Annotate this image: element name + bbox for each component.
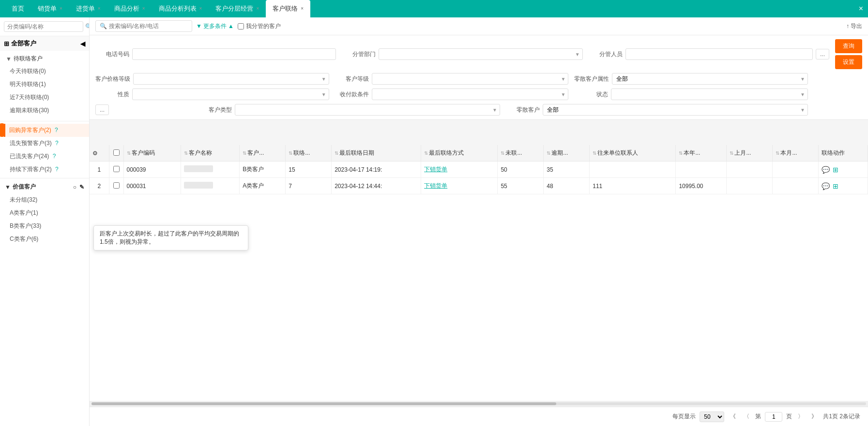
- close-customer-tier-icon[interactable]: ×: [256, 0, 259, 17]
- sidebar-item-a-class[interactable]: A类客户(1): [0, 206, 89, 220]
- settings-button[interactable]: 设置: [835, 55, 862, 69]
- close-purchase-order-icon[interactable]: ×: [98, 0, 101, 17]
- nav-home[interactable]: 首页: [5, 0, 31, 17]
- pending-group-label: 待联络客户: [14, 55, 43, 63]
- value-customer-header[interactable]: ▼ 价值客户 ○ ✎: [0, 180, 89, 193]
- sidebar-search-icon[interactable]: 🔍: [85, 23, 90, 30]
- row2-last-method-link[interactable]: 下销货单: [424, 182, 447, 189]
- manager-ellipsis-button[interactable]: ...: [816, 49, 829, 59]
- extra-dots-button[interactable]: ...: [95, 104, 109, 115]
- query-button[interactable]: 查询: [835, 39, 862, 53]
- query-btn-group: 查询 设置: [835, 39, 862, 69]
- row2-checkbox[interactable]: [113, 182, 120, 189]
- filter-row-2: 客户价格等级 ▼ 客户等级 ▼ 零散客户属性: [95, 73, 862, 85]
- row1-action: 💬 ⊞: [819, 162, 868, 178]
- settings-col-icon[interactable]: ⚙: [92, 150, 98, 157]
- page-suffix: 页: [786, 412, 792, 421]
- nav-purchase-order[interactable]: 进货单 ×: [69, 0, 107, 17]
- all-customers-header[interactable]: ⊞ 全部客户 ◀: [0, 36, 89, 51]
- customer-level-input[interactable]: [372, 73, 569, 85]
- lost-warning-info-icon[interactable]: ?: [55, 140, 59, 147]
- scrollbar-track[interactable]: [91, 402, 866, 405]
- sidebar-item-7days[interactable]: 近7天待联络(0): [0, 91, 89, 104]
- sidebar-item-repurchase-abnormal[interactable]: 回购异常客户(2) ?: [4, 124, 89, 137]
- arrow-value-icon: ▼: [5, 184, 11, 191]
- filter-row-1: 电话号码 分管部门 ▼ 分管人员 ... 查询 设置: [95, 39, 862, 69]
- page-number-input[interactable]: [765, 412, 782, 422]
- row1-checkbox[interactable]: [113, 166, 120, 172]
- main-layout: 🔍 ⊞ 全部客户 ◀ ▼ 待联络客户 今天待联络(0) 明天待联络(1) 近7天…: [0, 17, 868, 426]
- sidebar-item-b-class[interactable]: B类客户(33): [0, 220, 89, 233]
- sort-date-icon: ⇅: [335, 150, 338, 156]
- col-header-this-month: ⇅ 本月...: [773, 145, 819, 162]
- lost-info-icon[interactable]: ?: [53, 153, 56, 160]
- page-label: 第: [755, 412, 761, 421]
- manager-field: 分管人员 ...: [589, 48, 829, 60]
- row2-chat-icon[interactable]: 💬: [822, 182, 830, 190]
- total-records-label: 共1页 2条记录: [823, 412, 860, 421]
- phone-input[interactable]: [132, 48, 336, 60]
- dept-input[interactable]: [379, 48, 582, 60]
- row1-chat-icon[interactable]: 💬: [822, 166, 830, 174]
- customer-type-input[interactable]: [235, 104, 500, 116]
- last-page-button[interactable]: 》: [809, 411, 819, 422]
- price-level-input[interactable]: [133, 73, 329, 85]
- nature-input[interactable]: [132, 88, 329, 100]
- row1-num: 1: [90, 162, 109, 178]
- settings-value-icon[interactable]: ✎: [79, 184, 84, 191]
- row2-check: [109, 178, 123, 194]
- status-input[interactable]: [611, 88, 808, 100]
- first-page-button[interactable]: 《: [728, 411, 738, 422]
- sidebar-item-declining[interactable]: 持续下滑客户(2) ?: [0, 163, 89, 176]
- sidebar-item-lost-warning[interactable]: 流失预警客户(3) ?: [0, 137, 89, 150]
- scrollbar-thumb[interactable]: [91, 402, 556, 405]
- row2-grid-icon[interactable]: ⊞: [833, 182, 838, 190]
- sort-contact-icon: ⇅: [289, 150, 292, 156]
- row1-last-method-link[interactable]: 下销货单: [424, 166, 447, 173]
- nav-product-analysis-list[interactable]: 商品分析列表 ×: [152, 0, 209, 17]
- per-page-select[interactable]: 50 100 200: [700, 411, 724, 422]
- row1-grid-icon[interactable]: ⊞: [833, 166, 838, 174]
- prev-page-button[interactable]: 〈: [742, 411, 751, 422]
- sidebar-item-overdue[interactable]: 逾期未联络(30): [0, 104, 89, 117]
- declining-info-icon[interactable]: ?: [55, 166, 59, 173]
- content-area: 🔍 ▼ 更多条件 ▲ 我分管的客户 ↑ 导出 电话号码: [90, 17, 868, 426]
- export-button[interactable]: ↑ 导出: [846, 22, 862, 30]
- scatter-attr-input[interactable]: [612, 73, 808, 85]
- search-input[interactable]: [109, 23, 186, 29]
- phone-label: 电话号码: [95, 50, 129, 59]
- repurchase-info-icon[interactable]: ?: [55, 127, 58, 133]
- close-product-list-icon[interactable]: ×: [199, 0, 202, 17]
- close-customer-contact-icon[interactable]: ×: [301, 0, 304, 17]
- payment-input[interactable]: [372, 88, 569, 100]
- nav-customer-contact[interactable]: 客户联络 ×: [266, 0, 310, 17]
- sidebar-item-c-class[interactable]: C类客户(6): [0, 233, 89, 246]
- row1-pending: 50: [498, 162, 544, 178]
- manager-label: 分管人员: [589, 50, 623, 59]
- sidebar-item-lost-customers[interactable]: 已流失客户(24) ?: [0, 150, 89, 163]
- close-product-analysis-icon[interactable]: ×: [142, 0, 145, 17]
- my-customers-checkbox[interactable]: [238, 23, 244, 29]
- more-conditions-button[interactable]: ▼ 更多条件 ▲: [196, 22, 234, 30]
- pending-group-header[interactable]: ▼ 待联络客户: [0, 53, 89, 65]
- sort-unit-icon: ⇅: [593, 150, 596, 156]
- sidebar-item-ungroup[interactable]: 未分组(32): [0, 193, 89, 206]
- manager-input[interactable]: [625, 48, 813, 60]
- col-header-this-year: ⇅ 本年...: [676, 145, 727, 162]
- window-close-button[interactable]: ×: [859, 4, 863, 13]
- sidebar-search-area: 🔍: [0, 17, 89, 36]
- nav-product-analysis[interactable]: 商品分析 ×: [107, 0, 152, 17]
- nav-customer-tier[interactable]: 客户分层经营 ×: [209, 0, 266, 17]
- sidebar-item-tomorrow[interactable]: 明天待联络(1): [0, 78, 89, 91]
- next-page-button[interactable]: 〉: [796, 411, 806, 422]
- sidebar-item-today[interactable]: 今天待联络(0): [0, 65, 89, 78]
- select-all-checkbox[interactable]: [113, 149, 120, 156]
- horizontal-scrollbar[interactable]: [90, 401, 868, 407]
- per-page-label: 每页显示: [672, 412, 696, 421]
- edit-value-icon[interactable]: ○: [73, 184, 76, 191]
- scatter-customer-input[interactable]: [543, 104, 808, 116]
- col-header-pending: ⇅ 未联...: [498, 145, 544, 162]
- nav-sales-order[interactable]: 销货单 ×: [31, 0, 69, 17]
- sidebar-search-input[interactable]: [4, 21, 83, 32]
- close-sales-order-icon[interactable]: ×: [60, 0, 62, 17]
